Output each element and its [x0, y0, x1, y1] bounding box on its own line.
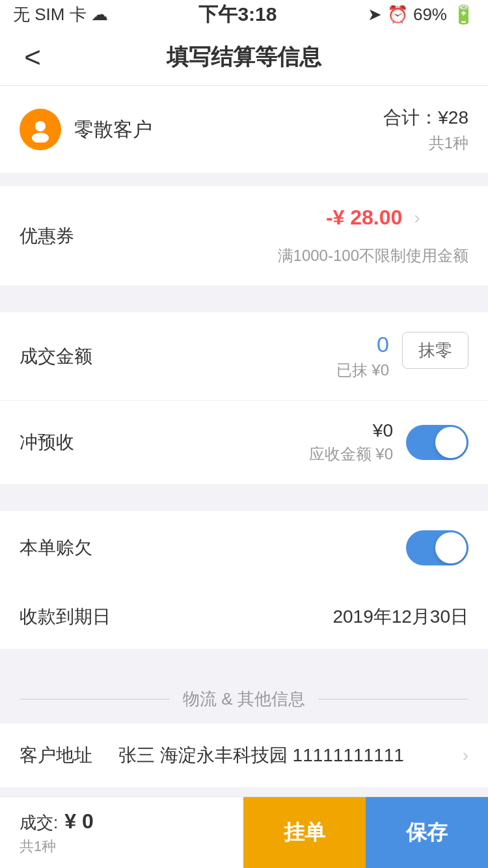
coupon-chevron-icon: › — [414, 208, 420, 228]
advance-value: ¥0 — [373, 420, 393, 441]
bottom-count: 共1种 — [20, 837, 224, 856]
location-icon: ➤ — [368, 5, 382, 25]
status-time: 下午3:18 — [198, 1, 277, 28]
battery-text: 69% — [413, 5, 447, 25]
bottom-trans: 成交: ¥ 0 — [20, 809, 224, 834]
arrears-toggle[interactable] — [406, 530, 468, 565]
signal-text: 无 SIM 卡 ☁ — [13, 3, 108, 26]
advance-label: 冲预收 — [20, 430, 74, 455]
customer-summary: 合计：¥28 共1种 — [383, 105, 468, 154]
advance-values: ¥0 应收金额 ¥0 — [309, 420, 393, 465]
svg-point-1 — [32, 133, 49, 142]
header-line-left — [20, 699, 170, 699]
hold-button[interactable]: 挂单 — [243, 797, 366, 869]
customer-left: 零散客户 — [20, 109, 152, 150]
address-chevron-icon: › — [463, 745, 468, 766]
advance-sub: 应收金额 ¥0 — [309, 444, 393, 465]
due-date-label: 收款到期日 — [20, 604, 111, 629]
coupon-desc: 满1000-100不限制使用金额 — [278, 245, 468, 266]
battery-icon: 🔋 — [452, 4, 475, 25]
divider-3 — [0, 662, 488, 675]
divider-2 — [0, 498, 488, 511]
bottom-trans-label: 成交: — [20, 811, 58, 834]
trans-amount-label: 成交金额 — [20, 344, 92, 369]
person-icon — [27, 116, 53, 142]
coupon-section: 优惠券 -¥ 28.00 › 满1000-100不限制使用金额 — [0, 186, 488, 286]
trans-amount-value: 0 — [377, 332, 389, 357]
status-bar: 无 SIM 卡 ☁ 下午3:18 ➤ ⏰ 69% 🔋 — [0, 0, 488, 29]
bottom-bar: 成交: ¥ 0 共1种 挂单 保存 — [0, 796, 488, 868]
advance-right: ¥0 应收金额 ¥0 — [309, 420, 468, 465]
svg-point-0 — [35, 121, 46, 131]
header-line-right — [318, 699, 468, 699]
trans-amount-row: 成交金额 0 已抹 ¥0 抹零 — [0, 312, 488, 401]
status-right: ➤ ⏰ 69% 🔋 — [368, 4, 475, 25]
arrears-toggle-knob — [435, 532, 467, 563]
coupon-label: 优惠券 — [20, 224, 74, 249]
page-title: 填写结算等信息 — [167, 42, 321, 72]
address-row[interactable]: 客户地址 张三 海淀永丰科技园 11111111111 › — [0, 724, 488, 788]
logistics-header-text: 物流 & 其他信息 — [183, 688, 305, 711]
advance-toggle-knob — [435, 427, 467, 458]
address-label: 客户地址 — [20, 743, 92, 768]
address-section: 客户地址 张三 海淀永丰科技园 11111111111 › — [0, 724, 488, 788]
coupon-right: -¥ 28.00 › 满1000-100不限制使用金额 — [278, 206, 468, 266]
back-button[interactable]: < — [13, 38, 52, 77]
arrears-label: 本单赊欠 — [20, 536, 92, 560]
bottom-left: 成交: ¥ 0 共1种 — [0, 809, 243, 856]
nav-bar: < 填写结算等信息 — [0, 29, 488, 86]
status-left: 无 SIM 卡 ☁ — [13, 3, 108, 26]
trans-amount-sub: 已抹 ¥0 — [336, 360, 389, 381]
main-content: 零散客户 合计：¥28 共1种 优惠券 -¥ 28.00 › 满1000-100… — [0, 86, 488, 868]
arrears-section: 本单赊欠 收款到期日 2019年12月30日 — [0, 511, 488, 649]
customer-section: 零散客户 合计：¥28 共1种 — [0, 86, 488, 173]
arrears-row: 本单赊欠 — [0, 511, 488, 585]
advance-row: 冲预收 ¥0 应收金额 ¥0 — [0, 401, 488, 485]
trans-section: 成交金额 0 已抹 ¥0 抹零 冲预收 ¥0 应收金额 ¥0 — [0, 312, 488, 485]
customer-row[interactable]: 零散客户 合计：¥28 共1种 — [0, 86, 488, 173]
back-chevron-icon: < — [24, 41, 41, 74]
divider-1 — [0, 299, 488, 312]
coupon-row[interactable]: 优惠券 -¥ 28.00 › 满1000-100不限制使用金额 — [0, 186, 488, 286]
due-date-row: 收款到期日 2019年12月30日 — [0, 585, 488, 649]
address-value: 张三 海淀永丰科技园 11111111111 — [118, 743, 430, 768]
advance-toggle[interactable] — [406, 425, 468, 460]
customer-count: 共1种 — [383, 133, 468, 154]
customer-avatar — [20, 109, 61, 150]
due-date-value: 2019年12月30日 — [332, 604, 468, 629]
customer-name: 零散客户 — [74, 116, 152, 143]
trans-amount-values: 0 已抹 ¥0 — [336, 332, 389, 381]
alarm-icon: ⏰ — [387, 5, 408, 25]
customer-total: 合计：¥28 — [383, 105, 468, 130]
coupon-discount: -¥ 28.00 — [326, 206, 402, 230]
round-zero-button[interactable]: 抹零 — [402, 332, 468, 369]
arrears-right — [406, 530, 468, 565]
save-button[interactable]: 保存 — [366, 797, 488, 869]
logistics-header: 物流 & 其他信息 — [0, 675, 488, 724]
bottom-trans-value: ¥ 0 — [64, 809, 93, 834]
trans-amount-right: 0 已抹 ¥0 抹零 — [336, 332, 468, 381]
